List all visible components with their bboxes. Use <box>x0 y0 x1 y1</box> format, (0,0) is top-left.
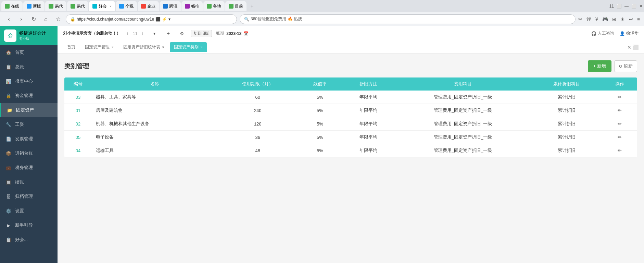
app-layout: 会 畅捷通好会计 专业版 🏠 首页 📋 总账 📊 报表中心 🔒 资金管理 📁 固… <box>0 26 644 263</box>
cell-expense-3: 管理费用_固定资产折旧_一级 <box>395 131 531 144</box>
menu-icon[interactable]: ≡ <box>637 16 640 22</box>
refresh-button-main[interactable]: ↻ 刷新 <box>614 60 637 72</box>
cell-period-2: 120 <box>217 117 298 131</box>
edit-button-0[interactable]: ✏ <box>618 94 622 100</box>
header-period: 账期 2023-12 📅 <box>216 31 249 36</box>
cell-method-4: 年限平均 <box>342 144 395 157</box>
cell-id-3: 05 <box>64 131 92 144</box>
sidebar-item-checkout[interactable]: 🔲 结账 <box>0 175 58 189</box>
sidebar-item-tax[interactable]: 💼 税务管理 <box>0 160 58 175</box>
sidebar-item-fixed[interactable]: 📁 固定资产 <box>0 103 58 117</box>
cell-action-4: ✏ <box>602 144 637 157</box>
tab-close-icon[interactable]: ✕ <box>639 4 643 9</box>
page-tab-fixed-mgmt[interactable]: 固定资产管理 × <box>81 42 118 52</box>
sidebar-item-label-salary: 工资 <box>15 121 24 128</box>
tab-close-haosuan[interactable]: × <box>110 4 112 8</box>
game-icon[interactable]: 🎮 <box>602 16 608 22</box>
tab-maximize-icon[interactable]: ⬜ <box>631 4 636 9</box>
table-row: 02 机器、机械和其他生产设备 120 5% 年限平均 管理费用_固定资产折旧_… <box>64 117 637 131</box>
home-button[interactable]: ⌂ <box>41 14 51 24</box>
edit-button-1[interactable]: ✏ <box>618 108 622 113</box>
brightness-icon[interactable]: ☀ <box>620 16 625 22</box>
sidebar-item-settings[interactable]: ⚙️ 设置 <box>0 204 58 218</box>
page-tab-depreciation[interactable]: 固定资产折旧统计表 × <box>119 42 168 52</box>
sidebar-item-invoice[interactable]: 📄 发票管理 <box>0 132 58 146</box>
refresh-button[interactable]: ↻ <box>29 14 38 24</box>
lock-icon: 🔒 <box>70 17 75 22</box>
search-bar[interactable]: 🔍 360智能抠图免费用 🔥 热搜 <box>240 14 576 24</box>
cell-rate-2: 5% <box>298 117 342 131</box>
cell-name-0: 器具、工具、家具等 <box>92 91 217 104</box>
calendar-icon[interactable]: 📅 <box>243 31 249 36</box>
tab-favicon-geshui <box>119 4 124 9</box>
cell-action-2: ✏ <box>602 117 637 131</box>
browser-tab-zaixian[interactable]: 在线 <box>1 1 23 11</box>
browser-tab-xin[interactable]: 新版 <box>23 1 45 11</box>
header-dropdown-button[interactable]: ▾ <box>150 29 159 38</box>
cell-name-1: 房屋及建筑物 <box>92 104 217 117</box>
tab-count: 11 <box>609 4 614 9</box>
sidebar-item-report[interactable]: 📊 报表中心 <box>0 74 58 88</box>
header-settings-button[interactable]: ⚙ <box>177 29 187 38</box>
page-tab-close-fixed-mgmt[interactable]: × <box>112 45 114 49</box>
browser-tab-geshui[interactable]: 个税 <box>116 1 137 11</box>
switch-version-button[interactable]: 切到旧版 <box>191 30 212 37</box>
sidebar-item-salary[interactable]: 🔧 工资 <box>0 117 58 132</box>
hot-search-label: 🔥 热搜 <box>288 16 302 22</box>
coin-icon[interactable]: ¥ <box>595 16 598 22</box>
sidebar-item-archive[interactable]: 🗄 归档管理 <box>0 189 58 204</box>
page-tab-category[interactable]: 固定资产类别 × <box>170 42 207 52</box>
table-header-row: 编号 名称 使用期限（月） 残值率 折旧方法 费用科目 累计折旧科目 操作 <box>64 77 637 91</box>
browser-tab-haosuan[interactable]: 好会 × <box>89 1 115 11</box>
sidebar-item-label-home: 首页 <box>15 49 24 56</box>
sidebar-item-fund[interactable]: 🔒 资金管理 <box>0 88 58 103</box>
table-row: 04 运输工具 48 5% 年限平均 管理费用_固定资产折旧_一级 累计折旧 ✏ <box>64 144 637 157</box>
url-dropdown-icon[interactable]: ▾ <box>168 17 171 22</box>
browser-tab-shumu[interactable]: 目前 <box>225 1 247 11</box>
edit-button-4[interactable]: ✏ <box>618 148 622 153</box>
browser-tab-gedi[interactable]: 各地 <box>203 1 225 11</box>
browser-tab-qiye[interactable]: 企业 <box>138 1 159 11</box>
forward-button[interactable]: › <box>16 14 26 24</box>
back-button[interactable]: ‹ <box>4 14 14 24</box>
tab-minimize-icon[interactable]: — <box>624 4 629 9</box>
cell-expense-0: 管理费用_固定资产折旧_一级 <box>395 91 531 104</box>
page-tab-close-category[interactable]: × <box>201 45 203 49</box>
add-button[interactable]: + 新增 <box>588 60 611 72</box>
sidebar-item-ledger[interactable]: 📋 总账 <box>0 60 58 74</box>
url-bar[interactable]: 🔒 https://cloud.chanjet.com/accounting/u… <box>66 14 237 24</box>
edit-button-3[interactable]: ✏ <box>618 134 622 140</box>
page-tab-home[interactable]: 首页 <box>63 42 79 52</box>
undo-icon[interactable]: ↩ <box>629 16 633 22</box>
cell-period-1: 240 <box>217 104 298 117</box>
browser-tab-changtui[interactable]: 畅推 <box>181 1 203 11</box>
new-tab-button[interactable]: + <box>247 1 257 11</box>
browser-tab-yidai2[interactable]: 易代 <box>67 1 88 11</box>
sidebar-item-guide[interactable]: ▶ 新手引导 <box>0 218 58 232</box>
sidebar-item-home[interactable]: 🏠 首页 <box>0 45 58 60</box>
page-tab-close-depreciation[interactable]: × <box>162 45 164 49</box>
tab-bar: 在线 新版 易代 易代 好会 × 个税 企业 腾讯 <box>0 0 644 12</box>
service-button[interactable]: 🎧 人工咨询 <box>591 31 614 36</box>
browser-tab-yidai1[interactable]: 易代 <box>45 1 66 11</box>
sidebar-item-stock[interactable]: 📦 进销台账 <box>0 146 58 160</box>
tab-manage-icon[interactable]: ⬜ <box>617 4 622 9</box>
tab-expand-icon[interactable]: ⬜ <box>633 45 639 50</box>
edit-button-2[interactable]: ✏ <box>618 121 622 127</box>
guide-icon: ▶ <box>5 222 12 228</box>
browser-tab-tengxun[interactable]: 腾讯 <box>160 1 181 11</box>
bookmark-button[interactable]: ☆ <box>53 14 63 24</box>
cell-rate-3: 5% <box>298 131 342 144</box>
sidebar-item-more[interactable]: 📋 好会... <box>0 232 58 247</box>
header-add-button[interactable]: + <box>163 29 173 38</box>
search-text: 360智能抠图免费用 <box>251 16 286 22</box>
header-username[interactable]: 👤 徐泽华 <box>620 31 639 36</box>
scissors-icon[interactable]: ✂ <box>578 16 582 22</box>
settings-icon: ⚙️ <box>5 208 12 214</box>
apps-icon[interactable]: ⊞ <box>612 16 616 22</box>
tab-close-window-icon[interactable]: ✕ <box>627 45 631 50</box>
cell-expense-4: 管理费用_固定资产折旧_一级 <box>395 144 531 157</box>
tab-label-geshui: 个税 <box>125 3 134 9</box>
translate-icon[interactable]: 译 <box>586 16 591 22</box>
main-content: 刘小艳演示套套（勿删勿动！） （ 11 ） ▾ + ⚙ 切到旧版 账期 2023… <box>58 26 644 263</box>
